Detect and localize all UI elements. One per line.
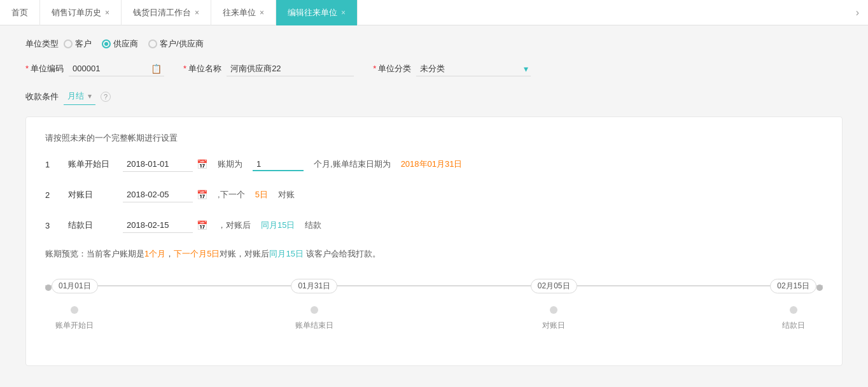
- period-desc-post-1: 个月,账单结束日期为: [314, 158, 391, 170]
- timeline-dot: [71, 306, 78, 314]
- period-end-date-highlight: 2018年01月31日: [401, 158, 463, 170]
- tab-close-sales-history[interactable]: ×: [105, 8, 109, 17]
- period-desc-pre-1: 账期为: [218, 158, 242, 170]
- timeline-badge: 01月31日: [291, 279, 337, 293]
- period-settings-card: 请按照未来的一个完整帐期进行设置 1 账单开始日 📅 账期为 个月,账单结束日期…: [25, 116, 843, 366]
- reconcile-date-input[interactable]: [123, 187, 193, 202]
- row-num-2: 2: [45, 190, 58, 200]
- unit-name-item: 单位名称: [183, 61, 354, 76]
- timeline-badge: 02月05日: [531, 279, 577, 293]
- radio-supplier[interactable]: 供应商: [102, 38, 138, 50]
- payment-condition-label: 收款条件: [25, 91, 59, 102]
- unit-name-label: 单位名称: [183, 63, 221, 74]
- unit-code-label: 单位编码: [25, 63, 64, 74]
- timeline-point: 02月05日对账日: [531, 279, 577, 331]
- payment-condition-arrow-icon: ▾: [88, 92, 92, 101]
- preview-part2: 下一个月5日: [174, 249, 220, 258]
- preview-mid2: 对账，对账后: [220, 249, 269, 258]
- tab-close-cash-work[interactable]: ×: [195, 8, 199, 17]
- preview-part3: 同月15日: [269, 249, 303, 258]
- unit-category-item: 单位分类 ▾: [373, 61, 531, 76]
- unit-code-input[interactable]: [69, 61, 164, 76]
- timeline-sub-label: 结款日: [782, 320, 805, 331]
- payment-condition-value: 月结: [67, 90, 84, 102]
- unit-code-calendar-icon[interactable]: 📋: [151, 64, 162, 74]
- payment-condition-help-icon[interactable]: ?: [101, 92, 111, 102]
- radio-customer-label: 客户: [75, 38, 92, 50]
- unit-type-item: 单位类型 客户 供应商 客户/供应商: [25, 38, 204, 50]
- reconcile-desc-post: 对账: [278, 189, 295, 201]
- start-date-input[interactable]: [123, 157, 193, 172]
- reconcile-date-calendar-icon[interactable]: 📅: [197, 190, 207, 200]
- unit-category-arrow-icon[interactable]: ▾: [524, 64, 528, 74]
- tab-label-edit-partner: 编辑往来单位: [288, 7, 337, 18]
- card-header: 请按照未来的一个完整帐期进行设置: [45, 132, 823, 144]
- payment-desc-post: 结款: [305, 220, 321, 231]
- row-label-2: 对账日: [68, 189, 113, 201]
- preview-part1: 1个月: [144, 249, 165, 258]
- payment-day-highlight: 同月15日: [261, 220, 295, 231]
- row-label-1: 账单开始日: [68, 158, 113, 170]
- timeline-point: 01月31日账单结束日: [291, 279, 337, 331]
- tab-home[interactable]: 首页: [0, 0, 40, 25]
- timeline-dot: [311, 306, 318, 314]
- timeline-point: 01月01日账单开始日: [52, 279, 98, 331]
- tab-label-sales-history: 销售订单历史: [52, 7, 101, 18]
- payment-condition-row: 收款条件 月结 ▾ ?: [25, 88, 843, 105]
- radio-circle-supplier: [102, 39, 111, 48]
- payment-condition-select[interactable]: 月结 ▾: [64, 88, 95, 105]
- unit-code-item: 单位编码 📋: [25, 61, 164, 76]
- tab-edit-partner[interactable]: 编辑往来单位×: [276, 0, 358, 25]
- radio-customer[interactable]: 客户: [64, 38, 92, 50]
- timeline-sub-label: 对账日: [542, 320, 565, 331]
- preview-label: 账期预览：当前客户账期是: [45, 249, 144, 258]
- radio-circle-both: [148, 39, 157, 48]
- unit-type-row: 单位类型 客户 供应商 客户/供应商: [25, 38, 843, 50]
- date-input-wrap-3: 📅: [123, 218, 207, 233]
- unit-name-input[interactable]: [227, 61, 354, 76]
- row-num-3: 3: [45, 221, 58, 230]
- unit-category-input[interactable]: [416, 61, 531, 76]
- period-row-2: 2 对账日 📅 ,下一个 5日 对账: [45, 187, 823, 202]
- date-input-wrap-2: 📅: [123, 187, 207, 202]
- unit-category-select-wrap: ▾: [416, 61, 531, 76]
- radio-both[interactable]: 客户/供应商: [148, 38, 204, 50]
- tab-sales-history[interactable]: 销售订单历史×: [40, 0, 122, 25]
- period-row-1: 1 账单开始日 📅 账期为 个月,账单结束日期为 2018年01月31日: [45, 157, 823, 172]
- timeline-badge: 01月01日: [52, 279, 98, 293]
- start-date-calendar-icon[interactable]: 📅: [197, 159, 207, 169]
- reconcile-desc-pre: ,下一个: [218, 189, 245, 201]
- row-label-3: 结款日: [68, 220, 113, 231]
- unit-category-label: 单位分类: [373, 63, 411, 74]
- preview-section: 账期预览：当前客户账期是1个月，下一个月5日对账，对账后同月15日 该客户会给我…: [45, 248, 823, 260]
- unit-info-row: 单位编码 📋 单位名称 单位分类 ▾: [25, 61, 843, 76]
- preview-end: 该客户会给我打款。: [306, 249, 381, 258]
- radio-both-label: 客户/供应商: [160, 38, 204, 50]
- timeline-dot: [790, 306, 797, 314]
- tab-partner[interactable]: 往来单位×: [211, 0, 276, 25]
- timeline-sub-label: 账单结束日: [295, 320, 333, 331]
- payment-date-input[interactable]: [123, 218, 193, 233]
- reconcile-day-highlight: 5日: [255, 189, 268, 201]
- timeline-badge: 02月15日: [770, 279, 816, 293]
- timeline-dot: [550, 306, 557, 314]
- tab-close-edit-partner[interactable]: ×: [341, 8, 346, 17]
- radio-circle-customer: [64, 39, 73, 48]
- main-content: 单位类型 客户 供应商 客户/供应商 单位编码: [0, 25, 868, 387]
- tab-more-button[interactable]: ›: [847, 0, 868, 25]
- tabs-bar: 首页销售订单历史×钱货日清工作台×往来单位×编辑往来单位×›: [0, 0, 868, 25]
- unit-code-input-wrap: 📋: [69, 61, 164, 76]
- tab-label-cash-work: 钱货日清工作台: [133, 7, 191, 18]
- tab-label-partner: 往来单位: [223, 7, 256, 18]
- tab-close-partner[interactable]: ×: [260, 8, 264, 17]
- preview-mid1: ，: [165, 249, 174, 258]
- payment-date-calendar-icon[interactable]: 📅: [197, 220, 207, 230]
- tab-cash-work[interactable]: 钱货日清工作台×: [122, 0, 211, 25]
- unit-type-label: 单位类型: [25, 38, 59, 50]
- row-num-1: 1: [45, 160, 58, 169]
- period-row-3: 3 结款日 📅 ，对账后 同月15日 结款: [45, 218, 823, 233]
- period-months-input[interactable]: [253, 158, 304, 171]
- payment-desc-pre: ，对账后: [218, 220, 251, 231]
- timeline-sub-label: 账单开始日: [55, 320, 94, 331]
- date-input-wrap-1: 📅: [123, 157, 207, 172]
